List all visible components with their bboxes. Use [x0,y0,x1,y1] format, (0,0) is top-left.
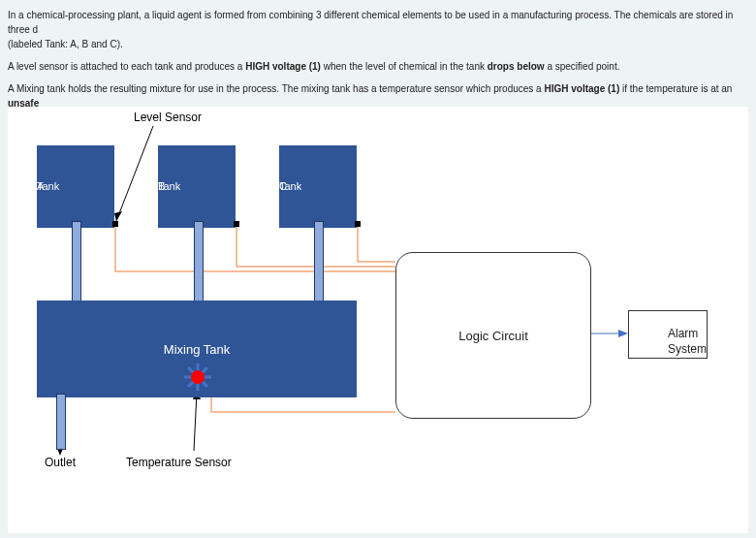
svg-line-5 [194,393,197,451]
para-1: In a chemical-processing plant, a liquid… [8,8,748,51]
level-sensor-b [234,221,239,227]
svg-line-0 [116,126,153,221]
sensor-core [191,370,205,384]
bold: drops below [488,61,545,72]
alarm-system-box: AlarmSystem [628,310,708,359]
level-sensor-label: Level Sensor [134,111,202,124]
tank-letter: B [158,179,165,194]
logic-circuit-box: Logic Circuit [395,252,591,419]
tank-letter: A [37,179,44,194]
svg-marker-1 [114,211,122,221]
para-2: A level sensor is attached to each tank … [8,59,748,74]
outlet-pipe [56,394,66,450]
bold: HIGH voltage (1) [245,61,321,72]
text: A level sensor is attached to each tank … [8,61,245,72]
tank-a: Tank A [37,145,114,228]
text: In a chemical-processing plant, a liquid… [8,10,733,35]
text: A Mixing tank holds the resulting mixtur… [8,83,544,94]
logic-label: Logic Circuit [458,329,528,343]
level-sensor-c [355,221,361,227]
text: a specified point. [545,61,620,72]
temperature-sensor-label: Temperature Sensor [126,456,232,469]
page: In a chemical-processing plant, a liquid… [0,0,756,538]
svg-marker-10 [618,330,628,337]
level-sensor-a [112,221,118,227]
mixing-label: Mixing Tank [164,342,230,357]
tank-letter: C [279,179,287,194]
bold: HIGH voltage (1) [544,83,619,94]
text: (labeled Tank: A, B and C). [8,39,123,49]
text: when the level of chemical in the tank [321,61,488,72]
temperature-sensor-icon [184,364,211,391]
text: if the temperature is at an [619,83,732,94]
outlet-label: Outlet [45,456,76,469]
diagram-canvas: Tank A Tank B Tank C Mixing Tank Logi [8,107,748,533]
tank-b: Tank B [158,145,236,228]
tank-c: Tank C [279,145,357,228]
